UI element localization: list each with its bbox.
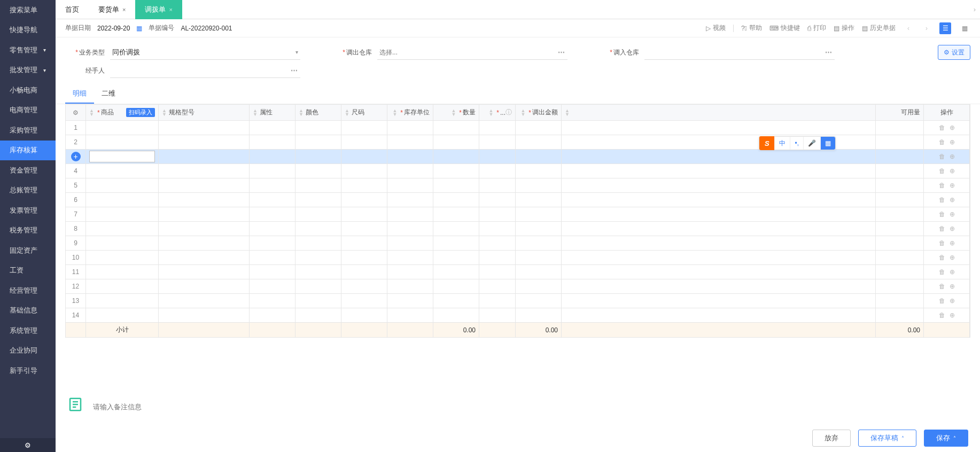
- tab-0[interactable]: 首页: [56, 0, 89, 19]
- sort-icon[interactable]: ▲▼: [162, 109, 167, 116]
- sidebar-item-15[interactable]: 基础信息: [0, 301, 56, 321]
- help-button[interactable]: ?⃝帮助: [741, 24, 762, 33]
- video-button[interactable]: ▷视频: [706, 24, 726, 33]
- table-row[interactable]: 14🗑⊕: [66, 308, 970, 323]
- sort-icon[interactable]: ▲▼: [565, 109, 570, 116]
- delete-icon[interactable]: 🗑: [939, 153, 945, 160]
- info-icon[interactable]: ⓘ: [505, 108, 512, 117]
- close-icon[interactable]: ×: [169, 6, 172, 13]
- table-row[interactable]: 7🗑⊕: [66, 207, 970, 222]
- delete-icon[interactable]: 🗑: [939, 268, 945, 276]
- view-grid-button[interactable]: ▦: [959, 22, 970, 34]
- sidebar-item-3[interactable]: 批发管理▾: [0, 60, 56, 81]
- handler-select[interactable]: ⋯: [110, 63, 300, 78]
- biz-type-select[interactable]: 同价调拨 ▾: [110, 45, 300, 60]
- th-size[interactable]: ▲▼尺码: [341, 105, 387, 121]
- table-row[interactable]: 13🗑⊕: [66, 294, 970, 308]
- th-available[interactable]: 可用量: [876, 105, 924, 121]
- row-number[interactable]: 4: [66, 164, 86, 178]
- sidebar-item-13[interactable]: 工资: [0, 261, 56, 281]
- delete-icon[interactable]: 🗑: [939, 225, 945, 232]
- sidebar-item-6[interactable]: 采购管理: [0, 120, 56, 141]
- sidebar-item-10[interactable]: 发票管理: [0, 200, 56, 221]
- sort-icon[interactable]: ▲▼: [89, 109, 94, 116]
- sidebar-item-4[interactable]: 小畅电商: [0, 80, 56, 100]
- delete-icon[interactable]: 🗑: [939, 138, 945, 146]
- table-row[interactable]: 4🗑⊕: [66, 164, 970, 178]
- row-number[interactable]: 11: [66, 265, 86, 279]
- th-product[interactable]: ▲▼*商品扫码录入: [86, 105, 159, 121]
- add-row-button[interactable]: +: [71, 152, 81, 161]
- more-icon[interactable]: ⋯: [558, 48, 565, 56]
- sort-icon[interactable]: ▲▼: [488, 109, 493, 116]
- th-qty[interactable]: ▲▼*数量: [433, 105, 479, 121]
- sort-icon[interactable]: ▲▼: [520, 109, 525, 116]
- row-number[interactable]: 13: [66, 294, 86, 308]
- delete-icon[interactable]: 🗑: [939, 124, 945, 131]
- table-row[interactable]: 10🗑⊕: [66, 251, 970, 265]
- save-draft-button[interactable]: 保存草稿˄: [858, 430, 916, 447]
- discard-button[interactable]: 放弃: [812, 430, 851, 447]
- sidebar-item-9[interactable]: 总账管理: [0, 181, 56, 201]
- sort-icon[interactable]: ▲▼: [253, 109, 258, 116]
- th-spec[interactable]: ▲▼规格型号: [159, 105, 250, 121]
- delete-icon[interactable]: 🗑: [939, 254, 945, 261]
- delete-icon[interactable]: 🗑: [939, 283, 945, 290]
- delete-icon[interactable]: 🗑: [939, 167, 945, 175]
- sidebar-settings[interactable]: ⚙: [0, 438, 56, 452]
- table-row[interactable]: +🗑⊕: [66, 150, 970, 164]
- add-icon[interactable]: ⊕: [950, 254, 955, 261]
- ime-punct-icon[interactable]: •,: [790, 137, 803, 150]
- nav-prev-icon[interactable]: ‹: [903, 23, 914, 34]
- tab-1[interactable]: 要货单×: [89, 0, 135, 19]
- ime-bar[interactable]: S 中 •, 🎤 ▦: [759, 136, 836, 150]
- row-number[interactable]: 8: [66, 222, 86, 236]
- sidebar-item-7[interactable]: 库存核算: [0, 141, 56, 161]
- row-number[interactable]: 5: [66, 178, 86, 193]
- sidebar-item-5[interactable]: 电商管理: [0, 100, 56, 121]
- add-icon[interactable]: ⊕: [950, 182, 955, 189]
- sidebar-item-11[interactable]: 税务管理: [0, 221, 56, 241]
- add-icon[interactable]: ⊕: [950, 311, 955, 319]
- handler-input[interactable]: [112, 67, 291, 74]
- more-icon[interactable]: ⋯: [825, 48, 833, 56]
- sort-icon[interactable]: ▲▼: [451, 109, 456, 116]
- ime-mic-icon[interactable]: 🎤: [803, 137, 820, 150]
- table-row[interactable]: 12🗑⊕: [66, 279, 970, 294]
- tabs-next-icon[interactable]: ›: [969, 5, 980, 13]
- row-number[interactable]: 14: [66, 308, 86, 323]
- add-icon[interactable]: ⊕: [950, 167, 955, 175]
- th-color[interactable]: ▲▼颜色: [295, 105, 341, 121]
- add-icon[interactable]: ⊕: [950, 225, 955, 232]
- close-icon[interactable]: ×: [122, 6, 126, 13]
- table-row[interactable]: 8🗑⊕: [66, 222, 970, 236]
- scan-badge[interactable]: 扫码录入: [126, 108, 155, 117]
- add-icon[interactable]: ⊕: [950, 153, 955, 160]
- in-store-input[interactable]: [647, 49, 825, 56]
- sidebar-item-16[interactable]: 系统管理: [0, 321, 56, 341]
- row-number[interactable]: 9: [66, 236, 86, 251]
- save-button[interactable]: 保存˄: [924, 430, 968, 447]
- row-number[interactable]: 2: [66, 135, 86, 150]
- operate-button[interactable]: ▤操作: [834, 24, 854, 33]
- delete-icon[interactable]: 🗑: [939, 196, 945, 204]
- sidebar-item-2[interactable]: 零售管理▾: [0, 40, 56, 60]
- print-button[interactable]: ⎙打印: [807, 24, 826, 33]
- delete-icon[interactable]: 🗑: [939, 239, 945, 247]
- table-row[interactable]: 9🗑⊕: [66, 236, 970, 251]
- table-row[interactable]: 5🗑⊕: [66, 178, 970, 193]
- product-input[interactable]: [89, 151, 155, 162]
- tab-2[interactable]: 调拨单×: [135, 0, 182, 19]
- table-row[interactable]: 11🗑⊕: [66, 265, 970, 279]
- table-row[interactable]: 6🗑⊕: [66, 193, 970, 207]
- row-number[interactable]: 10: [66, 251, 86, 265]
- add-icon[interactable]: ⊕: [950, 211, 955, 218]
- sidebar-item-17[interactable]: 企业协同: [0, 341, 56, 361]
- sort-icon[interactable]: ▲▼: [345, 109, 349, 116]
- th-amount[interactable]: ▲▼*调出金额: [516, 105, 562, 121]
- add-icon[interactable]: ⊕: [950, 268, 955, 276]
- sort-icon[interactable]: ▲▼: [299, 109, 304, 116]
- inner-tab-0[interactable]: 明细: [65, 84, 94, 104]
- sort-icon[interactable]: ▲▼: [392, 109, 397, 116]
- row-number[interactable]: 7: [66, 207, 86, 222]
